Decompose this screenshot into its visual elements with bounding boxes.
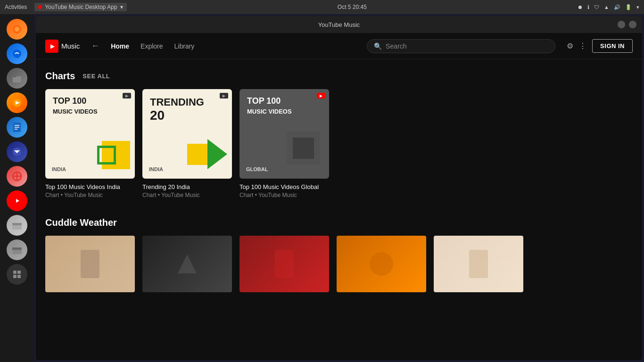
svg-rect-25 [17, 275, 21, 278]
chart-meta-global: Chart • YouTube Music [239, 192, 329, 198]
cuddle-card-2[interactable] [142, 236, 232, 296]
svg-rect-22 [13, 271, 17, 274]
svg-rect-28 [275, 250, 294, 278]
chart-thumbnail-trending20: TRENDING 20 INDIA ▶ [142, 89, 232, 179]
taskbar-app[interactable]: YouTube Music Desktop App ▾ [34, 3, 126, 11]
minimize-button[interactable]: — [618, 21, 625, 28]
cuddle-card-4[interactable] [337, 236, 426, 296]
global-title-line1: TOP 100 [247, 97, 281, 106]
chart-meta-trending: Chart • YouTube Music [142, 192, 232, 198]
activities-label[interactable]: Activities [5, 4, 27, 10]
thumbnail-india: TOP 100 MUSIC VIDEOS INDIA [45, 89, 135, 179]
cuddle-card-1[interactable] [45, 236, 135, 296]
svg-rect-21 [12, 247, 22, 250]
india-content: TOP 100 MUSIC VIDEOS INDIA [45, 89, 135, 179]
global-content: TOP 100 MUSIC VIDEOS GLOBAL [239, 89, 329, 179]
volume-icon[interactable]: 🔊 [614, 4, 620, 10]
main-nav: Home Explore Library [111, 42, 194, 50]
cuddle-cards-row [45, 236, 633, 296]
global-title-line2: MUSIC VIDEOS [247, 108, 292, 115]
nav-explore[interactable]: Explore [140, 42, 163, 50]
chart-meta-india: Chart • YouTube Music [45, 192, 135, 198]
svg-point-2 [13, 49, 21, 58]
main-area: YouTube Music — ✕ Music ← Home Explore L… [0, 14, 644, 362]
trending-play-shape [187, 139, 227, 169]
sidebar-item-blue-app[interactable] [7, 141, 27, 162]
trending-geo: INDIA [149, 166, 163, 172]
india-title-line1: TOP 100 [53, 97, 86, 106]
svg-point-1 [15, 27, 19, 32]
sidebar-item-drive2[interactable] [7, 239, 27, 260]
global-geo: GLOBAL [246, 166, 268, 172]
sidebar-item-app-grid[interactable] [7, 264, 27, 285]
svg-rect-24 [13, 275, 17, 278]
taskbar-datetime: Oct 5 20:45 [338, 4, 367, 10]
svg-rect-26 [81, 250, 99, 278]
cuddle-thumb-1 [45, 236, 135, 292]
chart-card-top100-india[interactable]: TOP 100 MUSIC VIDEOS INDIA ▶ Top 100 Mus… [45, 89, 135, 198]
wifi-icon[interactable]: ▲ [604, 4, 609, 10]
sidebar [0, 14, 34, 362]
sidebar-item-youtube-music[interactable] [7, 190, 27, 211]
yt-badge-india: ▶ [123, 93, 131, 99]
trending-num: 20 [150, 108, 165, 123]
chart-thumbnail-top100-india: TOP 100 MUSIC VIDEOS INDIA ▶ [45, 89, 135, 179]
chart-thumbnail-global: TOP 100 MUSIC VIDEOS GLOBAL ▶ [239, 89, 329, 179]
india-geo: INDIA [52, 166, 66, 172]
logo-text: Music [61, 42, 80, 50]
sidebar-item-drive[interactable] [7, 215, 27, 236]
see-all-button[interactable]: SEE ALL [83, 73, 110, 80]
taskbar-system-icons: ⏺ ℹ 🛡 ▲ 🔊 🔋 ▾ [578, 4, 639, 10]
dropdown-arrow[interactable]: ▾ [120, 4, 123, 10]
sign-in-button[interactable]: SIGN IN [592, 39, 633, 53]
cuddle-card-5[interactable] [434, 236, 523, 296]
trending-content: TRENDING 20 INDIA [142, 89, 232, 179]
cuddle-title: Cuddle Weather [45, 217, 117, 228]
cuddle-thumb-4 [337, 236, 426, 292]
trending-yellow-square [187, 144, 208, 165]
search-bar[interactable]: 🔍 Search [367, 39, 555, 53]
thumbnail-trending: TRENDING 20 INDIA [142, 89, 232, 179]
system-taskbar: Activities YouTube Music Desktop App ▾ O… [0, 0, 644, 14]
logo-icon [45, 40, 58, 53]
app-header: Music ← Home Explore Library 🔍 Search ⚙ … [36, 33, 642, 59]
app-name-label: YouTube Music Desktop App [45, 4, 117, 10]
header-actions: ⚙ ⋮ SIGN IN [567, 39, 633, 53]
settings-button[interactable]: ⚙ [567, 41, 573, 50]
svg-rect-23 [17, 271, 21, 274]
info-icon[interactable]: ℹ [587, 4, 589, 10]
chart-name-global: Top 100 Music Videos Global [239, 183, 329, 190]
back-button[interactable]: ← [91, 41, 99, 51]
sidebar-item-help[interactable] [7, 166, 27, 187]
battery-icon[interactable]: 🔋 [625, 4, 632, 10]
chart-card-top100-global[interactable]: TOP 100 MUSIC VIDEOS GLOBAL ▶ Top 100 Mu… [239, 89, 329, 198]
close-button[interactable]: ✕ [629, 21, 636, 28]
sidebar-item-firefox[interactable] [7, 19, 27, 40]
sidebar-item-thunderbird[interactable] [7, 43, 27, 64]
shield-icon[interactable]: 🛡 [594, 4, 599, 10]
chart-card-trending20-india[interactable]: TRENDING 20 INDIA ▶ Trending 20 Ind [142, 89, 232, 198]
logo[interactable]: Music [45, 40, 80, 53]
search-icon: 🔍 [374, 42, 382, 50]
nav-home[interactable]: Home [111, 42, 129, 50]
window-title: YouTube Music [60, 21, 618, 28]
search-placeholder: Search [386, 42, 406, 50]
charts-cards-row: TOP 100 MUSIC VIDEOS INDIA ▶ Top 100 Mus… [45, 89, 633, 198]
arrow-down-icon[interactable]: ▾ [636, 4, 639, 10]
trending-green-play [207, 139, 227, 169]
chart-name-india: Top 100 Music Videos India [45, 183, 135, 190]
cuddle-card-3[interactable] [239, 236, 329, 296]
taskbar-left: Activities YouTube Music Desktop App ▾ [5, 3, 127, 11]
chart-name-trending: Trending 20 India [142, 183, 232, 190]
trending-title: TRENDING [150, 97, 204, 108]
sidebar-item-rhythmbox[interactable] [7, 92, 27, 113]
record-icon[interactable]: ⏺ [578, 4, 583, 10]
india-title-line2: MUSIC VIDEOS [53, 108, 98, 115]
sidebar-item-writer[interactable] [7, 117, 27, 138]
svg-rect-19 [12, 223, 22, 225]
sidebar-item-files[interactable] [7, 68, 27, 89]
content-area: Charts SEE ALL TOP 100 MUSIC VIDEOS INDI… [36, 59, 642, 360]
svg-point-29 [370, 252, 393, 276]
more-options-button[interactable]: ⋮ [579, 41, 586, 50]
nav-library[interactable]: Library [174, 42, 195, 50]
